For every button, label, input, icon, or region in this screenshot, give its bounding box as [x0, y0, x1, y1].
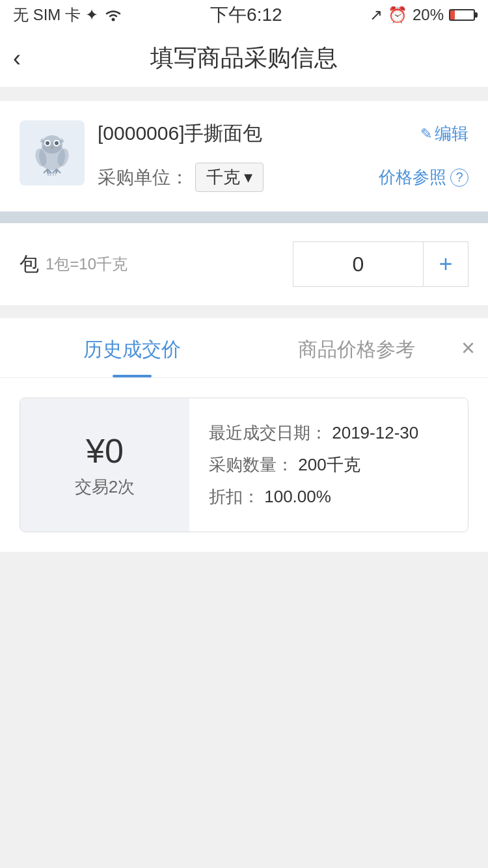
qty-value: 200千克: [298, 455, 360, 474]
tabs-section: 历史成交价 商品价格参考 ×: [0, 318, 488, 378]
svg-point-0: [111, 18, 115, 21]
edit-button[interactable]: ✎ 编辑: [420, 122, 468, 145]
edit-label: 编辑: [435, 122, 468, 145]
price-cards-section: ¥0 交易2次 最近成交日期： 2019-12-30 采购数量： 200千克 折…: [0, 378, 488, 552]
status-left: 无 SIM 卡 ✦: [13, 5, 123, 25]
price-card: ¥0 交易2次 最近成交日期： 2019-12-30 采购数量： 200千克 折…: [20, 398, 468, 532]
price-ref-help-icon[interactable]: ?: [450, 169, 468, 187]
tab-ref-label: 商品价格参考: [298, 338, 415, 360]
alarm-icon: ⏰: [388, 6, 407, 24]
price-ref-button[interactable]: 价格参照 ?: [379, 166, 468, 189]
edit-icon: ✎: [420, 126, 432, 142]
status-right: ↗ ⏰ 20%: [370, 6, 475, 24]
tab-history-price[interactable]: 历史成交价: [20, 318, 244, 377]
product-section: 数计 [0000006]手撕面包 ✎ 编辑 采购单位： 千克 ▾: [0, 101, 488, 211]
page-header: ‹ 填写商品采购信息: [0, 29, 488, 88]
page-title: 填写商品采购信息: [150, 42, 338, 74]
battery-fill: [450, 10, 455, 20]
quantity-input[interactable]: [293, 241, 423, 287]
discount-row: 折扣： 100.00%: [209, 485, 448, 508]
product-name-row: [0000006]手撕面包 ✎ 编辑: [98, 120, 468, 147]
recent-date-row: 最近成交日期： 2019-12-30: [209, 422, 448, 444]
product-name: [0000006]手撕面包: [98, 120, 262, 147]
unit-label: 采购单位：: [98, 165, 189, 190]
discount-label: 折扣：: [209, 487, 260, 506]
price-value: 0: [105, 432, 124, 470]
sim-label: 无 SIM 卡 ✦: [13, 5, 98, 25]
price-card-right: 最近成交日期： 2019-12-30 采购数量： 200千克 折扣： 100.0…: [189, 398, 468, 532]
dropdown-icon: ▾: [244, 167, 252, 187]
product-thumbnail: 数计: [20, 120, 85, 185]
wifi-icon: [103, 8, 123, 21]
product-row: 数计 [0000006]手撕面包 ✎ 编辑 采购单位： 千克 ▾: [20, 120, 468, 192]
svg-point-6: [55, 141, 59, 145]
qty-label: 采购数量：: [209, 455, 293, 474]
quantity-row: 采购数量： 200千克: [209, 454, 448, 476]
product-info: [0000006]手撕面包 ✎ 编辑 采购单位： 千克 ▾ 价格参照: [98, 120, 468, 192]
tab-close-button[interactable]: ×: [461, 334, 475, 362]
purchase-unit-left: 采购单位： 千克 ▾: [98, 163, 264, 192]
price-display: ¥0: [86, 431, 124, 470]
tab-history-label: 历史成交价: [83, 338, 181, 360]
transaction-count: 交易2次: [75, 476, 135, 498]
recent-date-label: 最近成交日期：: [209, 423, 327, 442]
section-divider: [0, 211, 488, 223]
unit-equiv: 1包=10千克: [46, 254, 128, 275]
price-ref-label: 价格参照: [379, 166, 446, 189]
svg-text:数计: 数计: [47, 171, 57, 176]
svg-point-5: [46, 141, 49, 145]
battery-percent: 20%: [413, 6, 444, 24]
tab-active-indicator: [113, 375, 152, 377]
product-logo-icon: 数计: [29, 130, 75, 176]
status-time: 下午6:12: [210, 3, 282, 27]
currency-symbol: ¥: [86, 432, 105, 470]
status-bar: 无 SIM 卡 ✦ 下午6:12 ↗ ⏰ 20%: [0, 0, 488, 29]
unit-dropdown[interactable]: 千克 ▾: [195, 163, 264, 192]
quantity-section: 包 1包=10千克 +: [0, 223, 488, 305]
unit-value: 千克: [206, 166, 240, 189]
package-unit-label: 包: [20, 251, 39, 278]
battery-icon: [449, 9, 475, 21]
purchase-unit-row: 采购单位： 千克 ▾ 价格参照 ?: [98, 163, 468, 192]
quantity-label: 包 1包=10千克: [20, 251, 128, 278]
quantity-plus-button[interactable]: +: [423, 241, 468, 287]
back-button[interactable]: ‹: [13, 45, 21, 72]
recent-date-value: 2019-12-30: [332, 423, 418, 442]
help-text: ?: [455, 170, 463, 185]
price-card-left: ¥0 交易2次: [20, 398, 189, 532]
quantity-control[interactable]: +: [293, 241, 468, 287]
direction-icon: ↗: [370, 6, 383, 24]
tab-price-ref[interactable]: 商品价格参考: [244, 318, 468, 377]
discount-value: 100.00%: [264, 487, 331, 506]
